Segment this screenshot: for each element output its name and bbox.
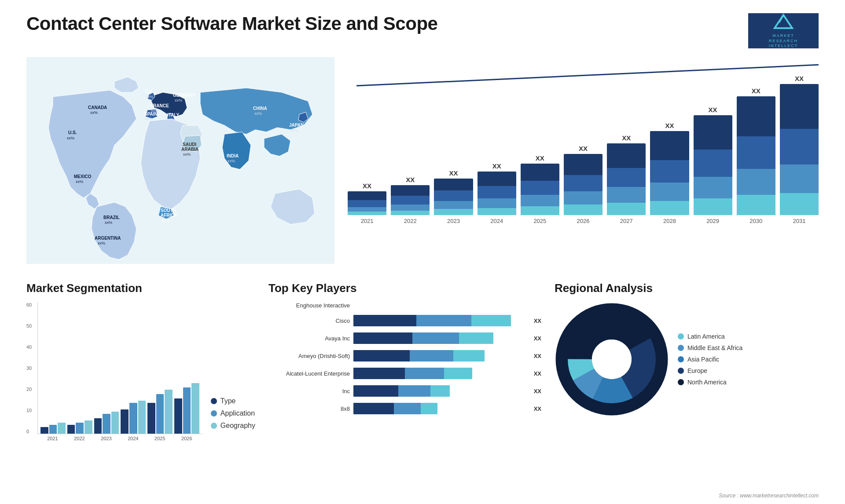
player-bar-segment	[394, 403, 421, 414]
bar-year-label: 2026	[577, 218, 590, 224]
bottom-row: Market Segmentation 0 10 20 30 40 50 60	[26, 281, 819, 466]
bar-segment	[478, 208, 516, 215]
player-value-label: XX	[534, 335, 541, 342]
segmentation-title: Market Segmentation	[26, 281, 255, 295]
player-bar	[353, 385, 450, 397]
bar-segment	[564, 191, 603, 205]
svg-text:SAUDI: SAUDI	[183, 142, 196, 147]
svg-text:CHINA: CHINA	[253, 106, 267, 111]
bar-year-label: 2031	[793, 218, 806, 224]
player-bar	[353, 332, 493, 344]
bar-value-label: XX	[709, 106, 717, 113]
svg-text:xx%: xx%	[183, 152, 191, 157]
seg-bar	[138, 401, 146, 434]
reg-label-europe: Europe	[687, 367, 707, 374]
header: Contact Center Software Market Size and …	[26, 13, 819, 48]
player-bar-wrap	[353, 350, 529, 362]
seg-bar-group	[67, 302, 92, 434]
player-bar-wrap	[353, 332, 529, 344]
seg-bar	[191, 383, 199, 434]
reg-legend-latin-america: Latin America	[678, 333, 742, 340]
bar-segment	[434, 179, 473, 191]
svg-text:BRAZIL: BRAZIL	[103, 215, 120, 220]
reg-legend-europe: Europe	[678, 367, 742, 374]
reg-label-north-america: North America	[687, 379, 727, 386]
reg-legend-mea: Middle East & Africa	[678, 344, 742, 351]
legend-geography-label: Geography	[220, 422, 255, 430]
bar-segment	[391, 185, 430, 196]
player-bar-segment	[353, 403, 394, 414]
bar-segment	[780, 164, 819, 193]
bar-segment	[737, 136, 775, 169]
seg-bar	[67, 425, 75, 434]
bar-group-2025: XX2025	[521, 75, 559, 224]
seg-bar	[40, 427, 48, 434]
seg-bar	[156, 394, 164, 434]
bar-year-label: 2027	[620, 218, 633, 224]
bar-segment	[694, 150, 732, 177]
player-bar-segment	[353, 350, 410, 362]
legend-application-dot	[211, 410, 217, 416]
player-bar-segment	[453, 350, 485, 362]
svg-text:MEXICO: MEXICO	[74, 174, 92, 179]
svg-text:xx%: xx%	[67, 136, 74, 140]
bar-segment	[694, 115, 732, 150]
regional-title: Regional Analysis	[555, 281, 819, 295]
player-bar-segment	[416, 315, 471, 326]
bar-segment	[434, 209, 473, 215]
bar-value-label: XX	[536, 154, 544, 162]
bar-segment	[564, 205, 603, 215]
player-row: Enghouse Interactive	[268, 302, 541, 309]
bar-segment	[564, 154, 603, 175]
bar-segment	[348, 191, 386, 200]
bar-segment	[737, 96, 775, 136]
player-bar-wrap	[353, 368, 529, 379]
bar-value-label: XX	[363, 182, 371, 190]
seg-bar	[84, 420, 92, 434]
bar-segment	[564, 175, 603, 192]
bar-segment	[737, 169, 775, 195]
bar-value-label: XX	[795, 75, 804, 82]
player-row: 8x8XX	[268, 403, 541, 414]
seg-bar	[183, 387, 191, 434]
player-name: Avaya Inc	[268, 335, 350, 342]
player-name: Enghouse Interactive	[268, 302, 350, 309]
bar-value-label: XX	[579, 145, 588, 152]
source-line: Source : www.marketresearchintellect.com	[719, 493, 819, 499]
seg-bar	[121, 409, 129, 434]
svg-text:JAPAN: JAPAN	[289, 123, 304, 128]
seg-bar	[76, 423, 84, 434]
bar-value-label: XX	[492, 162, 501, 170]
bar-year-label: 2030	[749, 218, 762, 224]
bar-segment	[780, 129, 819, 164]
player-bar-segment	[353, 315, 416, 326]
svg-text:xx%: xx%	[168, 118, 176, 122]
seg-bar	[174, 398, 182, 434]
bar-segment	[607, 168, 646, 187]
bar-year-label: 2021	[361, 218, 374, 224]
bar-segment	[650, 201, 689, 215]
reg-dot-latin-america	[678, 333, 684, 340]
bar-segment	[348, 200, 386, 207]
bar-segment	[607, 143, 646, 168]
player-value-label: XX	[534, 318, 541, 324]
bar-segment	[650, 160, 689, 183]
player-name: Cisco	[268, 318, 350, 324]
svg-text:SOUTH: SOUTH	[161, 208, 176, 213]
player-bar	[353, 350, 485, 362]
player-bar	[353, 403, 437, 414]
regional-content: Latin America Middle East & Africa Asia …	[555, 302, 819, 416]
legend-geography: Geography	[211, 422, 255, 430]
player-bar-wrap	[353, 385, 529, 397]
logo-box: MARKETRESEARCHINTELLECT	[748, 13, 819, 48]
bar-group-2022: XX2022	[391, 75, 430, 224]
bar-group-2031: XX2031	[780, 75, 819, 224]
reg-dot-asia-pacific	[678, 356, 684, 362]
logo-area: MARKETRESEARCHINTELLECT	[748, 13, 819, 48]
segmentation-legend: Type Application Geography	[211, 397, 255, 434]
svg-text:xx%: xx%	[146, 95, 153, 99]
player-row: CiscoXX	[268, 315, 541, 326]
player-row: Avaya IncXX	[268, 332, 541, 344]
bar-year-label: 2025	[533, 218, 546, 224]
seg-bar	[49, 425, 57, 434]
